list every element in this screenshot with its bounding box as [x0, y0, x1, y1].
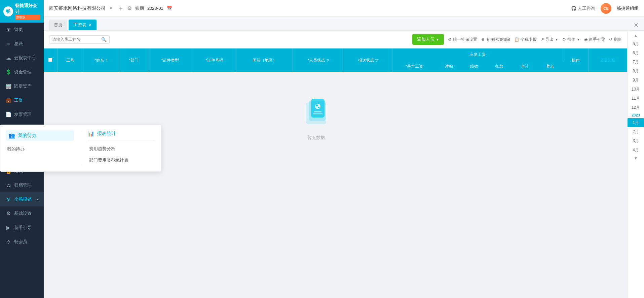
operation-icon: ⚙ — [562, 37, 566, 42]
sidebar-item-guide[interactable]: ▶ 新手引导 — [0, 221, 44, 235]
month-1[interactable]: 1月 — [628, 118, 644, 127]
add-person-button[interactable]: 添加人员 ▼ — [412, 34, 444, 45]
popup-col-todo: 👥 我的待办 我的待办 — [6, 130, 74, 166]
month-6[interactable]: 6月 — [628, 48, 644, 58]
th-bonus: 绩效 — [461, 61, 487, 72]
salary-icon: 💼 — [5, 97, 11, 103]
month-sidebar: ▲ 5月 6月 7月 8月 9月 10月 11月 12月 2023 1月 2月 … — [627, 31, 644, 298]
social-settings-btn[interactable]: ⚙ 统一社保设置 — [448, 37, 477, 42]
sidebar-item-cloud[interactable]: ☁ 云报表中心 — [0, 51, 44, 65]
sidebar-item-assets[interactable]: 🏢 固定资产 — [0, 79, 44, 93]
th-month: 2023.01 — [589, 48, 627, 72]
calendar-icon[interactable]: 📅 — [167, 6, 172, 11]
month-8[interactable]: 8月 — [628, 67, 644, 76]
reports-header: 📊 报表统计 — [88, 130, 156, 140]
svg-point-3 — [315, 104, 320, 109]
month-10[interactable]: 10月 — [628, 85, 644, 94]
search-input[interactable] — [52, 37, 99, 42]
th-op: 操作 — [563, 48, 589, 72]
topbar: 西安虾米网络科技有限公司 ▼ ＋ ⚙ 账期 2023-01 📅 🎧 人工咨询 C… — [44, 0, 644, 17]
report-filter-icon[interactable]: ▽ — [375, 59, 378, 62]
headset-icon: 🎧 — [571, 6, 576, 11]
settings-btn[interactable]: ⚙ — [127, 5, 132, 11]
popup-divider — [81, 130, 81, 166]
export-icon: ↗ — [541, 37, 544, 42]
sidebar-item-home[interactable]: ⊞ 首页 — [0, 23, 44, 37]
month-12[interactable]: 12月 — [628, 103, 644, 112]
month-7[interactable]: 7月 — [628, 58, 644, 67]
th-id-type: *证件类型 — [148, 48, 192, 72]
tab-close-icon[interactable]: ✕ — [88, 23, 92, 27]
deduct-btn[interactable]: ⊕ 专项附加扣除 — [481, 37, 510, 42]
period-value: 2023-01 — [147, 6, 163, 11]
deduct-icon: ⊕ — [481, 37, 485, 42]
funds-icon: 💲 — [5, 69, 11, 75]
svg-point-6 — [316, 104, 318, 106]
close-window-btn[interactable]: ✕ — [634, 22, 639, 29]
th-base-salary: *基本工资 — [392, 61, 436, 72]
th-checkbox[interactable] — [44, 48, 57, 72]
sidebar-item-xpense[interactable]: G 小畅报销 ‹ — [0, 192, 44, 206]
search-box: 🔍 — [49, 35, 110, 44]
export-arrow: ▼ — [555, 38, 558, 41]
sidebar-item-invoice[interactable]: 📄 发票管理 — [0, 107, 44, 122]
th-report-status[interactable]: 报送状态 ▽ — [344, 48, 392, 72]
toolbar-right: 添加人员 ▼ ⚙ 统一社保设置 ⊕ 专项附加扣除 📋 个税申报 — [412, 34, 622, 45]
month-scroll-down[interactable]: ▼ — [628, 155, 644, 162]
app-logo: 畅 畅捷通好会计 旗舰版 — [0, 0, 44, 23]
my-todo-item[interactable]: 我的待办 — [6, 143, 74, 155]
topbar-right: 🎧 人工咨询 CE 畅捷通组组 — [571, 3, 639, 14]
month-3[interactable]: 3月 — [628, 136, 644, 145]
month-scroll-up[interactable]: ▲ — [628, 32, 644, 39]
refresh-btn[interactable]: ↺ 刷新 — [609, 37, 622, 42]
newbie-guide-btn[interactable]: ◉ 新手引导 — [584, 37, 605, 42]
social-icon: ⚙ — [448, 37, 452, 42]
month-5[interactable]: 5月 — [628, 39, 644, 48]
expense-trend-item[interactable]: 费用趋势分析 — [88, 143, 156, 155]
select-all-checkbox[interactable] — [48, 58, 52, 62]
export-btn[interactable]: ↗ 导出 ▼ — [541, 37, 558, 42]
year-2023: 2023 — [631, 112, 640, 118]
invoice-icon: 📄 — [5, 111, 11, 118]
todo-header: 👥 我的待办 — [6, 130, 74, 141]
popup-col-reports: 📊 报表统计 费用趋势分析 部门费用类型统计表 — [88, 130, 156, 166]
th-status[interactable]: *人员状态 ▽ — [293, 48, 344, 72]
tabbar: 首页 工资表 ✕ ✕ — [44, 17, 644, 31]
sidebar-item-salary[interactable]: 💼 工资 — [0, 93, 44, 107]
member-icon: ◇ — [5, 239, 11, 245]
sidebar-item-funds[interactable]: 💲 资金管理 — [0, 65, 44, 79]
table-container: 工号 *姓名 ⇅ *部门 *证件类型 — [44, 48, 627, 298]
th-subsidy: 津贴 — [436, 61, 461, 72]
th-nationality: 国籍（地区） — [236, 48, 293, 72]
tab-home[interactable]: 首页 — [49, 20, 67, 30]
assets-icon: 🏢 — [5, 83, 11, 89]
month-11[interactable]: 11月 — [628, 94, 644, 103]
logo-badge: 旗舰版 — [15, 15, 40, 20]
svg-point-7 — [318, 107, 319, 108]
reports-icon: 📊 — [88, 130, 94, 137]
month-9[interactable]: 9月 — [628, 76, 644, 85]
xpense-arrow: ‹ — [37, 197, 38, 201]
avatar: CE — [601, 3, 611, 14]
sidebar-item-settings[interactable]: ⚙ 基础设置 — [0, 206, 44, 221]
logo-icon: 畅 — [3, 6, 13, 16]
user-name: 畅捷通组组 — [617, 5, 639, 11]
status-filter-icon[interactable]: ▽ — [327, 59, 329, 62]
add-company-btn[interactable]: ＋ — [118, 4, 124, 12]
month-2[interactable]: 2月 — [628, 127, 644, 136]
search-icon[interactable]: 🔍 — [101, 37, 107, 42]
sidebar-item-ledger[interactable]: ≡ 总账 — [0, 37, 44, 51]
th-dept: *部门 — [119, 48, 148, 72]
xpense-icon: G — [5, 197, 11, 201]
month-4[interactable]: 4月 — [628, 145, 644, 155]
th-name[interactable]: *姓名 ⇅ — [83, 48, 119, 72]
sidebar-item-member[interactable]: ◇ 畅会员 — [0, 235, 44, 249]
operation-btn[interactable]: ⚙ 操作 ▼ — [562, 37, 580, 42]
dept-expense-item[interactable]: 部门费用类型统计表 — [88, 155, 156, 166]
company-dropdown[interactable]: ▼ — [109, 6, 113, 11]
toolbar: 🔍 添加人员 ▼ ⚙ 统一社保设置 ⊕ 专项附加扣除 — [44, 31, 627, 48]
tab-salary[interactable]: 工资表 ✕ — [69, 20, 97, 30]
tax-report-btn[interactable]: 📋 个税申报 — [514, 37, 537, 42]
support-button[interactable]: 🎧 人工咨询 — [571, 5, 595, 11]
sidebar-item-archive[interactable]: 🗂 归档管理 — [0, 178, 44, 192]
